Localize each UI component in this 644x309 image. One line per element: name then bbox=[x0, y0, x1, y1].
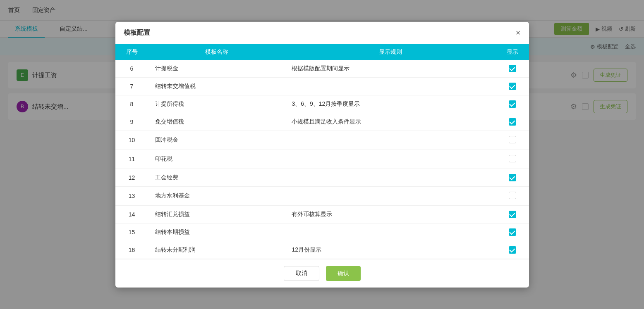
row-id: 11 bbox=[115, 150, 148, 169]
row-rule bbox=[285, 150, 496, 169]
table-row: 11印花税 bbox=[115, 150, 529, 169]
row-id: 6 bbox=[115, 60, 148, 78]
row-name: 免交增值税 bbox=[148, 113, 285, 131]
col-header-name: 模板名称 bbox=[148, 44, 285, 60]
row-checkbox[interactable] bbox=[509, 155, 516, 162]
table-row: 9免交增值税小规模且满足收入条件显示 bbox=[115, 113, 529, 131]
modal-title: 模板配置 bbox=[124, 29, 150, 37]
table-row: 8计提所得税3、6、9、12月按季度显示 bbox=[115, 95, 529, 113]
table-row: 14结转汇兑损益有外币核算显示 bbox=[115, 205, 529, 223]
row-checkbox-cell bbox=[496, 95, 529, 113]
row-checkbox[interactable] bbox=[509, 65, 516, 72]
row-checkbox[interactable] bbox=[509, 192, 516, 199]
modal-overlay: 模板配置 × 序号 模板名称 显示规则 显示 6计提税金根据模版配置期间显示7结… bbox=[0, 0, 644, 309]
col-header-show: 显示 bbox=[496, 44, 529, 60]
row-name: 结转未交增值税 bbox=[148, 77, 285, 95]
row-name: 结转汇兑损益 bbox=[148, 205, 285, 223]
row-rule bbox=[285, 169, 496, 186]
row-checkbox-cell bbox=[496, 77, 529, 95]
table-row: 7结转未交增值税 bbox=[115, 77, 529, 95]
row-rule: 根据模版配置期间显示 bbox=[285, 60, 496, 78]
row-rule: 12月份显示 bbox=[285, 241, 496, 259]
row-checkbox[interactable] bbox=[509, 246, 516, 254]
row-checkbox-cell bbox=[496, 205, 529, 223]
row-checkbox-cell bbox=[496, 223, 529, 241]
row-rule bbox=[285, 223, 496, 241]
row-checkbox-cell bbox=[496, 60, 529, 78]
modal-header: 模板配置 × bbox=[115, 22, 529, 44]
col-header-rule: 显示规则 bbox=[285, 44, 496, 60]
row-id: 16 bbox=[115, 241, 148, 259]
row-name: 工会经费 bbox=[148, 169, 285, 186]
row-checkbox[interactable] bbox=[509, 136, 516, 143]
row-checkbox-cell bbox=[496, 150, 529, 169]
row-checkbox[interactable] bbox=[509, 228, 516, 236]
row-rule: 3、6、9、12月按季度显示 bbox=[285, 95, 496, 113]
row-id: 8 bbox=[115, 95, 148, 113]
row-checkbox[interactable] bbox=[509, 83, 516, 90]
row-rule bbox=[285, 186, 496, 205]
row-name: 结转本期损益 bbox=[148, 223, 285, 241]
row-id: 15 bbox=[115, 223, 148, 241]
row-checkbox-cell bbox=[496, 113, 529, 131]
modal-template-config: 模板配置 × 序号 模板名称 显示规则 显示 6计提税金根据模版配置期间显示7结… bbox=[115, 22, 529, 288]
cancel-button[interactable]: 取消 bbox=[284, 266, 319, 281]
row-id: 14 bbox=[115, 205, 148, 223]
confirm-button[interactable]: 确认 bbox=[326, 266, 361, 281]
col-header-id: 序号 bbox=[115, 44, 148, 60]
row-id: 10 bbox=[115, 131, 148, 150]
row-checkbox-cell bbox=[496, 186, 529, 205]
row-checkbox[interactable] bbox=[509, 100, 516, 108]
row-checkbox[interactable] bbox=[509, 118, 516, 126]
row-name: 计提所得税 bbox=[148, 95, 285, 113]
table-row: 6计提税金根据模版配置期间显示 bbox=[115, 60, 529, 78]
row-rule: 小规模且满足收入条件显示 bbox=[285, 113, 496, 131]
row-rule bbox=[285, 77, 496, 95]
table-row: 10回冲税金 bbox=[115, 131, 529, 150]
row-checkbox-cell bbox=[496, 131, 529, 150]
table-row: 13地方水利基金 bbox=[115, 186, 529, 205]
table-header-row: 序号 模板名称 显示规则 显示 bbox=[115, 44, 529, 60]
row-id: 13 bbox=[115, 186, 148, 205]
close-icon[interactable]: × bbox=[516, 29, 521, 37]
row-rule: 有外币核算显示 bbox=[285, 205, 496, 223]
table-row: 15结转本期损益 bbox=[115, 223, 529, 241]
row-name: 地方水利基金 bbox=[148, 186, 285, 205]
modal-body: 序号 模板名称 显示规则 显示 6计提税金根据模版配置期间显示7结转未交增值税8… bbox=[115, 44, 529, 259]
row-checkbox[interactable] bbox=[509, 174, 516, 181]
table-row: 16结转未分配利润12月份显示 bbox=[115, 241, 529, 259]
table-row: 12工会经费 bbox=[115, 169, 529, 186]
row-name: 回冲税金 bbox=[148, 131, 285, 150]
row-checkbox-cell bbox=[496, 241, 529, 259]
row-checkbox[interactable] bbox=[509, 211, 516, 218]
row-id: 9 bbox=[115, 113, 148, 131]
row-id: 12 bbox=[115, 169, 148, 186]
row-name: 结转未分配利润 bbox=[148, 241, 285, 259]
modal-footer: 取消 确认 bbox=[115, 259, 529, 288]
config-table: 序号 模板名称 显示规则 显示 6计提税金根据模版配置期间显示7结转未交增值税8… bbox=[115, 44, 529, 259]
row-name: 计提税金 bbox=[148, 60, 285, 78]
row-checkbox-cell bbox=[496, 169, 529, 186]
row-id: 7 bbox=[115, 77, 148, 95]
row-name: 印花税 bbox=[148, 150, 285, 169]
row-rule bbox=[285, 131, 496, 150]
